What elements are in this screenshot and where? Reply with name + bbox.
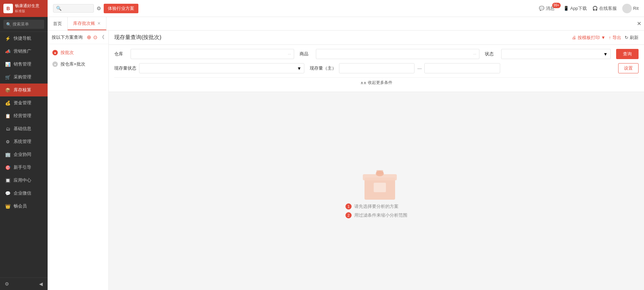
app-info: 畅康通好生意 标准版 [15,3,39,14]
add-plan-button[interactable]: ⊕ [87,34,91,40]
user-profile-area[interactable]: Rit [622,4,639,13]
sidebar-item-label: 采购管理 [14,74,31,80]
sidebar-item-label: 企业微信 [14,190,31,196]
filter-area: 仓库 ··· 商品 ··· 状态 [109,45,644,92]
sidebar-item-label: 企业协同 [14,151,31,158]
query-button[interactable]: 查询 [616,49,639,59]
settings-button[interactable]: 设置 [618,63,639,73]
app-download-button[interactable]: 📱 App下载 [563,5,587,12]
sidebar-item-label: 应用中心 [14,177,31,183]
goods-filter-input[interactable]: ··· [316,49,479,59]
hint-number-2: 2 [345,212,352,218]
sidebar-item-label: 畅会员 [14,203,27,209]
topbar-search-input[interactable] [63,6,90,11]
tab-batch-inventory[interactable]: 库存批次账 ✕ [68,17,106,30]
trial-industry-button[interactable]: 体验行业方案 [104,4,138,13]
operations-icon: 📋 [5,113,11,119]
refresh-button[interactable]: ↻ 刷新 [625,35,639,41]
left-panel-header: 按以下方案查询 ⊕ ⊙ 《 [48,31,108,44]
status-filter-label: 状态 [485,51,498,57]
status-filter-group: 状态 ▼ [485,49,611,59]
filter-row-1: 仓库 ··· 商品 ··· 状态 [114,49,639,59]
refresh-label: 刷新 [630,35,639,41]
sidebar-item-label: 快捷导航 [14,35,31,41]
topbar-right: 💬 消息 99+ 📱 App下载 🎧 在线客服 Rit [539,4,639,13]
stock-qty-range: — [339,63,500,73]
sidebar-item-operations[interactable]: 📋 经营管理 [0,109,48,122]
search-icon: 🔍 [6,22,11,27]
settings-footer-button[interactable]: ⚙ [5,281,9,287]
refresh-icon: ↻ [625,35,628,40]
sidebar-item-inventory[interactable]: 📦 库存核算 [0,84,48,96]
stock-qty-divider: — [417,66,422,71]
sidebar-item-quick-nav[interactable]: ⚡ 快捷导航 [0,32,48,45]
sales-icon: 📊 [5,61,11,67]
svg-rect-2 [374,183,386,192]
hint-text-1: 请先选择要分析的方案 [354,203,399,210]
messages-button[interactable]: 💬 消息 99+ [539,5,558,12]
collapse-sidebar-button[interactable]: ◀ [39,281,43,287]
sidebar-item-label: 资金管理 [14,100,31,106]
svg-rect-4 [376,170,383,174]
warehouse-filter-input[interactable]: ··· [131,49,294,59]
sidebar-item-label: 经营管理 [14,113,31,119]
print-template-button[interactable]: 🖨 按模板打印 ▼ [572,35,606,41]
page-header: 现存量查询(按批次) 🖨 按模板打印 ▼ ↑ 导出 ↻ 刷新 [109,31,644,45]
sidebar-item-enterprise[interactable]: 🏢 企业协同 [0,148,48,161]
sidebar-item-label: 销售管理 [14,61,31,67]
topbar-gear-button[interactable]: ⚙ [97,5,101,12]
plan-item-by-batch[interactable]: ● 按批次 [48,47,108,58]
stock-qty-end-input[interactable] [424,63,500,73]
content-area: 按以下方案查询 ⊕ ⊙ 《 ● 按批次 ● 按仓库+批次 [48,31,644,290]
collapse-panel-button[interactable]: 《 [100,34,104,40]
empty-hints: 1 请先选择要分析的方案 2 用过滤条件来缩小分析范围 [345,203,407,218]
plan-label-by-batch: 按批次 [61,50,74,56]
sidebar-item-wechat[interactable]: 💬 企业微信 [0,187,48,200]
sidebar-header: B 畅康通好生意 标准版 [0,0,48,17]
app-name: 畅康通好生意 [15,3,39,9]
stock-status-label: 现存量状态 [114,65,136,71]
sidebar-item-newbie[interactable]: 🎯 新手引导 [0,161,48,174]
plan-dot-active: ● [52,50,58,55]
tabs-close-button[interactable]: ✕ [637,20,641,27]
sidebar-item-finance[interactable]: 💰 资金管理 [0,96,48,109]
sidebar-item-label: 新手引导 [14,164,31,170]
sidebar-item-label: 基础信息 [14,126,31,132]
sidebar-item-purchase[interactable]: 🛒 采购管理 [0,71,48,84]
topbar-search-box[interactable]: 🔍 [53,4,94,13]
topbar-left: 🔍 ⚙ 体验行业方案 [53,4,535,13]
tab-home[interactable]: 首页 [48,17,68,30]
app-edition: 标准版 [15,9,39,14]
online-service-button[interactable]: 🎧 在线客服 [592,5,617,12]
export-button[interactable]: ↑ 导出 [609,35,622,41]
empty-svg [359,164,400,201]
online-service-icon: 🎧 [592,6,598,11]
message-icon: 💬 [539,6,544,11]
sidebar-item-basic-info[interactable]: 🗂 基础信息 [0,122,48,135]
tab-batch-inventory-label: 库存批次账 [73,20,95,26]
search-menu-button[interactable]: 🔍 搜索菜单 [3,20,44,29]
collapse-more-conditions-button[interactable]: ∧∧ 收起更多条件 [114,77,639,88]
sidebar-item-system[interactable]: ⚙ 系统管理 [0,135,48,148]
left-panel: 按以下方案查询 ⊕ ⊙ 《 ● 按批次 ● 按仓库+批次 [48,31,109,290]
goods-filter-group: 商品 ··· [300,49,479,59]
sidebar-item-sales[interactable]: 📊 销售管理 [0,58,48,71]
sidebar-item-member[interactable]: 👑 畅会员 [0,200,48,213]
wechat-icon: 💬 [5,190,11,196]
tab-close-icon[interactable]: ✕ [97,21,101,26]
stock-qty-start-input[interactable] [339,63,414,73]
sidebar-item-marketing[interactable]: 📣 营销推广 [0,45,48,58]
plan-settings-button[interactable]: ⊙ [93,34,98,40]
username-label: Rit [633,6,639,11]
status-filter-select[interactable]: ▼ [501,49,611,59]
finance-icon: 💰 [5,100,11,106]
app-download-label: App下载 [570,5,587,12]
stock-qty-filter-group: 现存量（主） — [310,63,500,73]
tabs-bar: 首页 库存批次账 ✕ ✕ [48,17,644,31]
empty-state: 1 请先选择要分析的方案 2 用过滤条件来缩小分析范围 [109,92,644,290]
settings-footer-icon: ⚙ [5,281,9,287]
sidebar-item-app-center[interactable]: 🔲 应用中心 [0,174,48,187]
stock-status-select[interactable]: ▼ [139,63,304,73]
topbar-search-icon: 🔍 [56,6,62,11]
plan-item-by-warehouse-batch[interactable]: ● 按仓库+批次 [48,58,108,70]
